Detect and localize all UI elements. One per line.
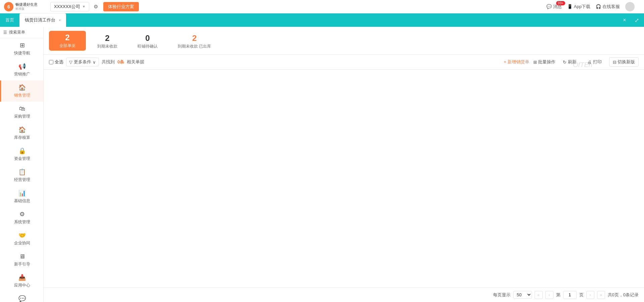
prev-page-button[interactable]: ‹ [545, 291, 553, 299]
toolbar: 全选 ▽ 更多条件 ∨ 共找到 0条 相关单据 + 新增销货单 ⊞ 批量操作 ↻ [44, 55, 644, 70]
batch-operation-button[interactable]: ⊞ 批量操作 [533, 59, 555, 65]
purchase-icon: 🛍 [18, 105, 26, 112]
sidebar-item-sales[interactable]: 🏠 销售管理 [0, 80, 43, 102]
refresh-button[interactable]: ↻ 刷新 [559, 58, 580, 66]
trial-button[interactable]: 体验行业方案 [103, 2, 139, 11]
sidebar-item-cooperation[interactable]: 🤝 企业协同 [0, 228, 43, 249]
finance-icon: 🔒 [18, 147, 26, 155]
system-icon: ⚙ [18, 210, 26, 218]
company-dropdown-arrow: ▼ [82, 5, 86, 8]
sidebar-label-system: 系统管理 [14, 219, 30, 225]
sidebar-item-finance[interactable]: 🔒 资金管理 [0, 144, 43, 165]
card-number-unshipped: 2 [192, 34, 197, 43]
batch-icon: ⊞ [533, 60, 537, 65]
inventory-icon: 🏠 [18, 126, 26, 133]
sidebar-item-basic[interactable]: 📊 基础信息 [0, 186, 43, 207]
filter-icon: ▽ [69, 60, 72, 65]
first-page-button[interactable]: « [535, 291, 543, 299]
switch-version-button[interactable]: ⊟ 切换新版 [609, 57, 639, 67]
top-header: 6 畅捷通好生意 标准版 XXXXXX公司 ▼ ⚙ 体验行业方案 💬 消息 99… [0, 0, 644, 13]
tab-collapse-button[interactable]: × [620, 15, 629, 25]
card-number-overdue: 2 [105, 34, 109, 43]
tab-home[interactable]: 首页 [0, 13, 19, 27]
card-label-all: 全部单据 [59, 43, 75, 49]
batch-label: 批量操作 [538, 59, 555, 65]
header-right: 💬 消息 99+ 📱 App下载 🎧 在线客服 [546, 2, 640, 11]
print-label: 打印 [593, 59, 602, 65]
sidebar-label-marketing: 营销推广 [14, 71, 30, 77]
sidebar-label-purchase: 采购管理 [14, 114, 30, 119]
sidebar-item-system[interactable]: ⚙ 系统管理 [0, 207, 43, 228]
sidebar-label-sales: 销售管理 [14, 93, 30, 98]
next-page-button[interactable]: › [586, 291, 594, 299]
table-area [44, 70, 644, 287]
summary-card-all[interactable]: 2 全部单据 [49, 31, 86, 54]
page-size-select[interactable]: 50 10 20 100 [513, 291, 532, 299]
search-menu-label: 搜索菜单 [9, 29, 25, 35]
content-area: 2 全部单据 2 到期未收款 0 旺铺待确认 2 到期未收款 已出库 [44, 27, 644, 302]
tab-expand-button[interactable]: ⤢ [632, 15, 641, 25]
sidebar-item-app-center[interactable]: 📥 应用中心 [0, 270, 43, 292]
add-sales-order-button[interactable]: + 新增销货单 [504, 59, 529, 65]
sidebar-item-operation[interactable]: 📋 经营管理 [0, 165, 43, 186]
card-label-overdue: 到期未收款 [97, 44, 117, 49]
filter-label: 更多条件 [74, 59, 91, 65]
toolbar-left: 全选 ▽ 更多条件 ∨ 共找到 0条 相关单据 [49, 58, 501, 66]
online-service-button[interactable]: 🎧 在线客服 [596, 4, 620, 10]
summary-card-pending-confirm[interactable]: 0 旺铺待确认 [127, 31, 168, 54]
marketing-icon: 📢 [18, 63, 26, 70]
sidebar-label-app-center: 应用中心 [14, 283, 30, 288]
main-layout: ☰ 搜索菜单 ⊞ 快捷导航 📢 营销推广 🏠 销售管理 🛍 采购管理 🏠 库存核… [0, 27, 644, 302]
basic-icon: 📊 [18, 189, 26, 197]
online-service-label: 在线客服 [602, 4, 620, 10]
card-label-unshipped: 到期未收款 已出库 [178, 44, 211, 49]
avatar[interactable] [625, 2, 635, 11]
operation-icon: 📋 [18, 168, 26, 176]
sidebar-item-purchase[interactable]: 🛍 采购管理 [0, 102, 43, 123]
found-prefix: 共找到 [102, 59, 115, 65]
app-center-icon: 📥 [18, 274, 26, 281]
filter-button[interactable]: ▽ 更多条件 ∨ [66, 58, 99, 66]
last-page-button[interactable]: » [597, 291, 605, 299]
settings-button[interactable]: ⚙ [91, 2, 101, 11]
switch-label: 切换新版 [618, 59, 635, 65]
total-info: 共0页，0条记录 [608, 292, 639, 298]
summary-card-all-inner: 2 全部单据 [49, 31, 86, 51]
sidebar-item-quick-nav[interactable]: ⊞ 快捷导航 [0, 38, 43, 59]
sidebar-item-enterprise-wechat[interactable]: 💬 企业微信 [0, 292, 43, 302]
sidebar-label-guide: 新手引导 [14, 261, 30, 267]
app-name: 畅捷通好生意 [15, 2, 38, 7]
close-tab-icon[interactable]: × [59, 18, 61, 22]
sales-icon: 🏠 [18, 84, 26, 91]
message-icon: 💬 [546, 4, 552, 9]
message-button[interactable]: 💬 消息 99+ [546, 4, 562, 10]
sidebar-label-finance: 资金管理 [14, 156, 30, 162]
switch-icon: ⊟ [613, 60, 616, 65]
refresh-label: 刷新 [568, 59, 577, 65]
page-suffix: 页 [579, 292, 584, 298]
service-icon: 🎧 [596, 4, 601, 9]
sidebar-label-basic: 基础信息 [14, 198, 30, 204]
found-suffix: 相关单据 [127, 59, 144, 65]
summary-card-overdue-unpaid[interactable]: 2 到期未收款 [87, 31, 127, 54]
quick-nav-icon: ⊞ [18, 42, 26, 49]
summary-card-overdue-unshipped[interactable]: 2 到期未收款 已出库 [168, 31, 221, 54]
refresh-icon: ↻ [563, 60, 567, 65]
sidebar-item-marketing[interactable]: 📢 营销推广 [0, 59, 43, 80]
print-button[interactable]: 🖨 打印 [584, 58, 605, 66]
select-all-checkbox[interactable] [49, 60, 53, 64]
select-all-checkbox-label[interactable]: 全选 [49, 59, 63, 65]
company-name: XXXXXX公司 [54, 4, 80, 10]
tab-work-bench[interactable]: 钱货日清工作台 × [19, 13, 66, 27]
toolbar-right: + 新增销货单 ⊞ 批量操作 ↻ 刷新 🖨 打印 ⊟ 切换新版 [504, 57, 639, 67]
page-number-input[interactable] [563, 291, 577, 299]
found-count: 0条 [117, 59, 124, 65]
app-download-button[interactable]: 📱 App下载 [567, 4, 590, 10]
company-selector[interactable]: XXXXXX公司 ▼ [50, 2, 89, 11]
sidebar-label-quick-nav: 快捷导航 [14, 50, 30, 56]
sidebar-item-inventory[interactable]: 🏠 库存核算 [0, 123, 43, 144]
search-menu-button[interactable]: ☰ 搜索菜单 [0, 27, 43, 38]
sidebar-item-guide[interactable]: 🖥 新手引导 [0, 249, 43, 270]
search-icon: ☰ [3, 30, 7, 35]
app-download-label: App下载 [574, 4, 590, 10]
